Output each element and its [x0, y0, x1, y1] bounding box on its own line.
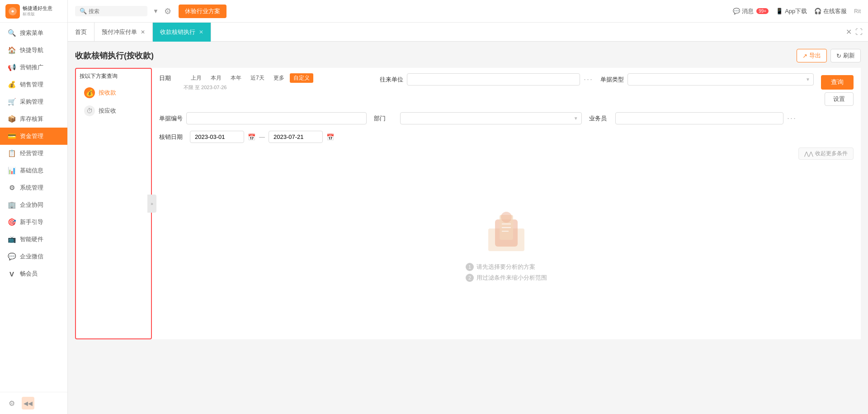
salesperson-input[interactable]	[615, 112, 783, 124]
department-label: 部门	[374, 114, 396, 123]
tabbar: 首页 预付冲应付单 ✕ 收款核销执行 ✕ ✕ ⛶	[68, 23, 868, 42]
logo-icon	[5, 4, 20, 19]
sidebar-item-finance[interactable]: 💳 资金管理	[0, 128, 67, 145]
counterparty-more-button[interactable]: ···	[584, 75, 593, 84]
message-badge: 99+	[756, 8, 769, 14]
collapse-conditions-button[interactable]: ⋀⋀ 收起更多条件	[798, 148, 854, 160]
filter-option-by-receipt[interactable]: 💰 按收款	[80, 84, 147, 102]
refresh-button[interactable]: ↻ 刷新	[830, 49, 861, 62]
sidebar-item-guide[interactable]: 🎯 新手引导	[0, 214, 67, 231]
sidebar-settings-button[interactable]: ⚙	[5, 397, 18, 409]
offset-date-end-input[interactable]	[269, 131, 323, 143]
message-button[interactable]: 💬 消息 99+	[733, 7, 769, 15]
department-select[interactable]	[400, 112, 581, 124]
salesperson-more-button[interactable]: ···	[787, 114, 797, 123]
page-content: 收款核销执行(按收款) ↗ 导出 ↻ 刷新 按以下方案查询 💰 按收款	[68, 42, 868, 414]
by-receivable-icon: ⏱	[84, 105, 95, 116]
offset-date-start-input[interactable]	[190, 131, 244, 143]
sidebar-item-marketing[interactable]: 📢 营销推广	[0, 59, 67, 76]
empty-illustration	[479, 201, 533, 256]
user-name[interactable]: Rit	[854, 8, 861, 14]
industry-solution-button[interactable]: 休验行业方案	[179, 5, 226, 18]
operation-icon: 📋	[7, 149, 16, 157]
date-btn-this-month[interactable]: 本月	[207, 73, 225, 83]
wechat-icon: 💬	[7, 252, 16, 261]
page-title: 收款核销执行(按收款)	[75, 50, 154, 61]
calendar-start-icon[interactable]: 📅	[248, 133, 255, 141]
purchase-icon: 🛒	[7, 98, 16, 106]
online-service-button[interactable]: 🎧 在线客服	[814, 7, 847, 15]
filter-option-by-receivable[interactable]: ⏱ 按应收	[80, 102, 147, 120]
refresh-icon: ↻	[836, 52, 841, 59]
sidebar-item-sales[interactable]: 💰 销售管理	[0, 76, 67, 93]
content-body: 按以下方案查询 💰 按收款 ⏱ 按应收 » 日期	[75, 68, 861, 339]
headset-icon: 🎧	[814, 8, 821, 14]
quick-nav-icon: 🏠	[7, 46, 16, 54]
sidebar-item-basic-info[interactable]: 📊 基础信息	[0, 162, 67, 179]
app-download-button[interactable]: 📱 App下载	[776, 7, 807, 15]
sidebar-collapse-button[interactable]: ◀◀	[22, 397, 34, 409]
search-input[interactable]	[89, 8, 143, 14]
app-logo: 畅捷通好生意 标准版	[0, 0, 67, 23]
tab-controls: ✕ ⛶	[846, 28, 868, 36]
topbar: 🔍 ▼ ⚙ 休验行业方案 💬 消息 99+ 📱 App下载 🎧 在线客服 Rit	[68, 0, 868, 23]
tab-home[interactable]: 首页	[68, 23, 94, 42]
counterparty-input[interactable]	[407, 73, 580, 86]
svg-point-4	[501, 212, 512, 223]
empty-hint-1: 1 请先选择要分析的方案	[466, 263, 547, 271]
sidebar-item-hardware[interactable]: 📺 智能硬件	[0, 231, 67, 248]
search-icon: 🔍	[80, 8, 87, 14]
tab-close-all-button[interactable]: ✕	[846, 28, 852, 36]
tab-prepay-offset[interactable]: 预付冲应付单 ✕	[94, 23, 153, 42]
topbar-left: 🔍 ▼ ⚙ 休验行业方案	[75, 5, 226, 18]
date-separator: —	[259, 133, 265, 140]
export-icon: ↗	[802, 52, 807, 59]
topbar-gear-icon[interactable]: ⚙	[164, 6, 171, 16]
sidebar-item-wechat[interactable]: 💬 企业微信	[0, 248, 67, 265]
message-icon: 💬	[733, 8, 740, 14]
query-button[interactable]: 查询	[821, 75, 854, 90]
tab-maximize-button[interactable]: ⛶	[855, 28, 863, 36]
tab-receivable-offset[interactable]: 收款核销执行 ✕	[153, 23, 211, 42]
sidebar-item-enterprise[interactable]: 🏢 企业协同	[0, 196, 67, 214]
basic-info-icon: 📊	[7, 167, 16, 175]
salesperson-label: 业务员	[589, 114, 612, 123]
date-btn-more[interactable]: 更多	[270, 73, 288, 83]
sidebar-item-operation[interactable]: 📋 经营管理	[0, 145, 67, 162]
sidebar-item-purchase[interactable]: 🛒 采购管理	[0, 93, 67, 110]
doc-type-select[interactable]	[627, 73, 814, 86]
settings-button[interactable]: 设置	[825, 92, 854, 106]
tab-close-prepay[interactable]: ✕	[141, 29, 145, 35]
query-area: 日期 上月 本月 本年 近7天 更多 自定义 不限 至 2023-0	[152, 68, 861, 339]
counterparty-label: 往来单位	[380, 76, 403, 84]
enterprise-icon: 🏢	[7, 201, 16, 209]
sidebar: 畅捷通好生意 标准版 🔍 搜索菜单 🏠 快捷导航 📢 营销推广 💰 销售管理 🛒…	[0, 0, 68, 414]
sidebar-item-quick-nav[interactable]: 🏠 快捷导航	[0, 42, 67, 59]
sidebar-item-inventory[interactable]: 📦 库存核算	[0, 110, 67, 128]
date-btn-custom[interactable]: 自定义	[290, 73, 313, 83]
topbar-search-box: 🔍	[75, 6, 147, 16]
export-button[interactable]: ↗ 导出	[797, 49, 827, 62]
member-icon: V	[7, 270, 16, 278]
doc-number-input[interactable]	[186, 112, 367, 124]
date-btn-last-month[interactable]: 上月	[187, 73, 205, 83]
date-hint: 不限 至 2023-07-26	[184, 85, 226, 90]
query-actions: 查询 设置	[821, 73, 854, 106]
filter-panel-collapse-button[interactable]: »	[147, 195, 156, 213]
date-btn-last-7days[interactable]: 近7天	[247, 73, 268, 83]
sidebar-item-member[interactable]: V 畅会员	[0, 265, 67, 282]
topbar-dropdown-icon[interactable]: ▼	[153, 8, 159, 14]
filter-panel: 按以下方案查询 💰 按收款 ⏱ 按应收 »	[75, 68, 152, 339]
app-badge: 标准版	[23, 11, 52, 17]
tab-close-receivable[interactable]: ✕	[199, 29, 203, 35]
empty-hint-2: 2 用过滤条件来缩小分析范围	[466, 274, 547, 282]
sidebar-item-search-menu[interactable]: 🔍 搜索菜单	[0, 24, 67, 42]
empty-hints: 1 请先选择要分析的方案 2 用过滤条件来缩小分析范围	[466, 263, 547, 285]
date-label: 日期	[159, 74, 182, 82]
hint-num-1: 1	[466, 263, 474, 271]
app-name: 畅捷通好生意	[23, 5, 52, 11]
chevron-up-icon: ⋀⋀	[804, 151, 813, 157]
calendar-end-icon[interactable]: 📅	[326, 133, 334, 141]
date-btn-this-year[interactable]: 本年	[227, 73, 245, 83]
sidebar-item-system[interactable]: ⚙ 系统管理	[0, 179, 67, 196]
